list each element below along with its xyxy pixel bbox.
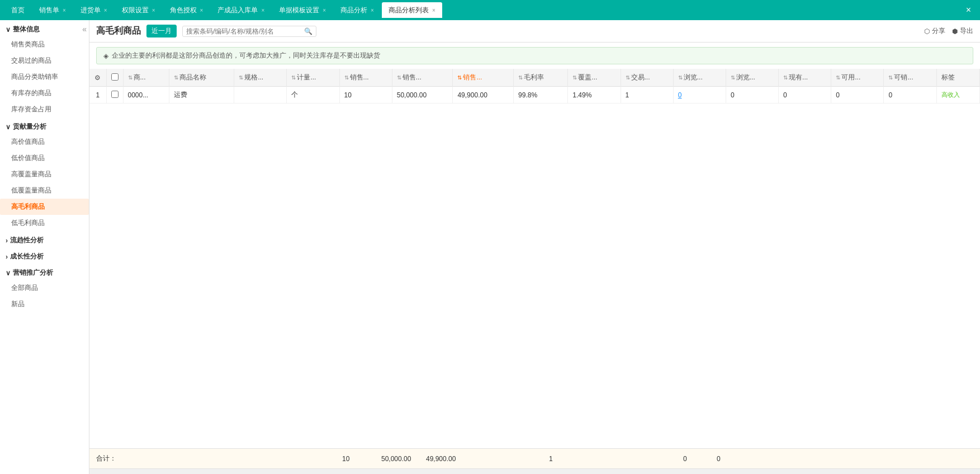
nav-tab-purchase[interactable]: 进货单 ×	[74, 2, 114, 18]
nav-tab-product-analysis[interactable]: 商品分析 ×	[334, 2, 381, 18]
info-banner: ◈ 企业的主要的利润都是这部分商品创造的，可考虑加大推广，同时关注库存是不要出现…	[96, 47, 973, 64]
sidebar-group-contribution[interactable]: ∨ 贡献量分析	[0, 118, 89, 134]
sidebar-item-low-value[interactable]: 低价值商品	[0, 150, 89, 166]
cell-name: 运费	[169, 87, 234, 104]
col-settings[interactable]: ⚙	[89, 69, 106, 87]
share-button[interactable]: ⬡ 分享	[924, 26, 945, 36]
sidebar-group-overall[interactable]: ∨ 整体信息	[0, 20, 89, 36]
sidebar-group-trend[interactable]: › 流趋性分析	[0, 231, 89, 247]
col-name[interactable]: ⇅商品名称	[169, 69, 234, 87]
footer-transaction: 1	[549, 455, 583, 463]
close-icon[interactable]: ×	[261, 7, 264, 13]
close-icon[interactable]: ×	[63, 7, 66, 13]
col-transaction[interactable]: ⇅交易...	[621, 69, 673, 87]
row-checkbox	[106, 87, 123, 104]
sidebar-item-low-margin[interactable]: 低毛利商品	[0, 215, 89, 231]
nav-tab-roles[interactable]: 角色授权 ×	[163, 2, 210, 18]
footer-sales-profit: 49,900.00	[426, 455, 471, 463]
col-code[interactable]: ⇅商...	[123, 69, 169, 87]
window-close-button[interactable]: ×	[962, 5, 976, 15]
select-all-checkbox[interactable]	[111, 73, 119, 81]
col-current-stock[interactable]: ⇅现有...	[779, 69, 831, 87]
info-text: 企业的主要的利润都是这部分商品创造的，可考虑加大推广，同时关注库存是不要出现缺货	[112, 51, 380, 60]
sidebar-item-all-goods[interactable]: 全部商品	[0, 280, 89, 296]
sidebar-collapse-button[interactable]: «	[82, 25, 87, 34]
sidebar-group-marketing[interactable]: ∨ 营销推广分析	[0, 264, 89, 280]
sidebar: « ∨ 整体信息 销售类商品 交易过的商品 商品分类助销率 有库存的商品 库存资…	[0, 20, 89, 474]
footer-sales-qty: 10	[342, 455, 381, 463]
col-sales-profit[interactable]: ⇅销售...	[453, 69, 514, 87]
share-icon: ⬡	[924, 27, 930, 35]
table-row: 1 0000... 运费	[89, 87, 980, 104]
close-icon[interactable]: ×	[104, 7, 107, 13]
cell-code: 0000...	[123, 87, 169, 104]
content-header: 高毛利商品 近一月 🔍 ⬡ 分享 ⬢ 导出	[89, 20, 980, 43]
nav-tab-home[interactable]: 首页	[4, 2, 31, 18]
close-icon[interactable]: ×	[432, 7, 435, 13]
col-coverage[interactable]: ⇅覆盖...	[568, 69, 621, 87]
footer-sales-amount: 50,000.00	[381, 455, 426, 463]
sidebar-item-new-goods[interactable]: 新品	[0, 296, 89, 312]
top-navigation: 首页 销售单 × 进货单 × 权限设置 × 角色授权 × 产成品入库单 × 单据…	[0, 0, 980, 20]
row-select-checkbox[interactable]	[111, 91, 119, 98]
sidebar-item-stock-capital[interactable]: 库存资金占用	[0, 101, 89, 118]
nav-tab-warehouse[interactable]: 产成品入库单 ×	[211, 2, 271, 18]
col-spec[interactable]: ⇅规格...	[234, 69, 287, 87]
cell-sales-qty: 10	[339, 87, 392, 104]
chevron-right-icon: ›	[6, 237, 8, 245]
cell-tag: 高收入	[936, 87, 979, 104]
col-checkbox	[106, 69, 123, 87]
col-available[interactable]: ⇅可用...	[831, 69, 884, 87]
sidebar-group-growth[interactable]: › 成长性分析	[0, 247, 89, 264]
footer-label: 合计：	[96, 454, 116, 463]
nav-tab-permissions[interactable]: 权限设置 ×	[115, 2, 162, 18]
sidebar-item-high-margin[interactable]: 高毛利商品	[0, 199, 89, 215]
footer-sellable: 0	[717, 455, 750, 463]
header-actions: ⬡ 分享 ⬢ 导出	[924, 26, 973, 36]
sidebar-item-high-coverage[interactable]: 高覆盖量商品	[0, 166, 89, 182]
close-icon[interactable]: ×	[323, 7, 326, 13]
content-area: 高毛利商品 近一月 🔍 ⬡ 分享 ⬢ 导出 ◈ 企业的主要的利润都是这部分商品创…	[89, 20, 980, 474]
col-sales-qty[interactable]: ⇅销售...	[339, 69, 392, 87]
cell-sales-profit: 49,900.00	[453, 87, 514, 104]
col-browse1[interactable]: ⇅浏览...	[673, 69, 726, 87]
page-title: 高毛利商品	[96, 25, 141, 37]
cell-sales-amount: 50,000.00	[392, 87, 453, 104]
col-sellable[interactable]: ⇅可销...	[884, 69, 936, 87]
table-header-row: ⚙ ⇅商... ⇅商品名称 ⇅规格... ⇅计量... ⇅销售... ⇅销售..…	[89, 69, 980, 87]
close-icon[interactable]: ×	[371, 7, 374, 13]
search-input[interactable]	[186, 27, 304, 35]
sidebar-item-sales-goods[interactable]: 销售类商品	[0, 36, 89, 53]
col-sales-amount[interactable]: ⇅销售...	[392, 69, 453, 87]
sidebar-item-in-stock[interactable]: 有库存的商品	[0, 85, 89, 101]
export-icon: ⬢	[952, 27, 958, 35]
sidebar-item-low-coverage[interactable]: 低覆盖量商品	[0, 182, 89, 199]
chevron-down-icon: ∨	[6, 123, 11, 131]
row-index: 1	[89, 87, 106, 104]
sidebar-item-traded-goods[interactable]: 交易过的商品	[0, 53, 89, 69]
close-icon[interactable]: ×	[200, 7, 203, 13]
sidebar-item-high-value[interactable]: 高价值商品	[0, 134, 89, 150]
cell-transaction: 1	[621, 87, 673, 104]
sidebar-item-category-rate[interactable]: 商品分类助销率	[0, 69, 89, 85]
close-icon[interactable]: ×	[152, 7, 155, 13]
nav-tab-sales[interactable]: 销售单 ×	[32, 2, 73, 18]
col-browse2[interactable]: ⇅浏览...	[726, 69, 778, 87]
col-tag[interactable]: 标签	[936, 69, 979, 87]
info-icon: ◈	[103, 52, 108, 60]
export-button[interactable]: ⬢ 导出	[952, 26, 973, 36]
horizontal-scrollbar[interactable]	[89, 468, 980, 474]
nav-tab-template[interactable]: 单据模板设置 ×	[272, 2, 333, 18]
filter-recent-month-button[interactable]: 近一月	[146, 25, 177, 37]
search-icon[interactable]: 🔍	[304, 27, 313, 35]
tag-badge: 高收入	[941, 91, 960, 98]
col-unit[interactable]: ⇅计量...	[287, 69, 339, 87]
table-wrapper[interactable]: ⚙ ⇅商... ⇅商品名称 ⇅规格... ⇅计量... ⇅销售... ⇅销售..…	[89, 69, 980, 448]
browse1-link[interactable]: 0	[678, 91, 682, 99]
footer-available: 0	[683, 455, 717, 463]
chevron-right-icon: ›	[6, 253, 8, 261]
footer-total-row: 合计： 10 50,000.00 49,900.00 1 0 0	[89, 448, 980, 468]
nav-tab-product-analysis-list[interactable]: 商品分析列表 ×	[382, 2, 442, 18]
col-gross-rate[interactable]: ⇅毛利率	[514, 69, 568, 87]
search-box: 🔍	[182, 26, 316, 37]
